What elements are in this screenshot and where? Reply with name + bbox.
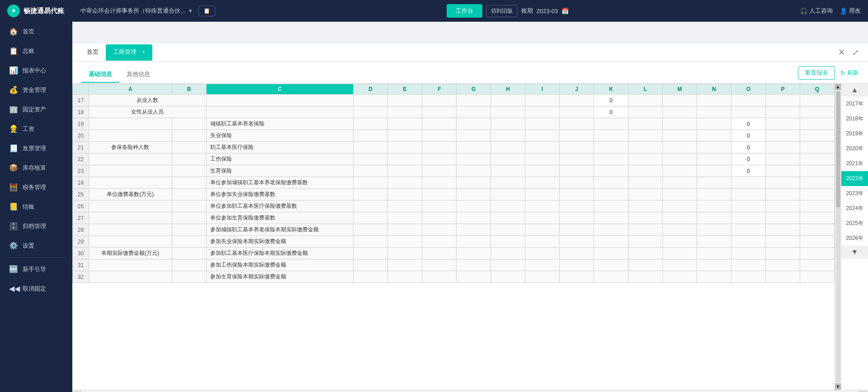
calendar-icon[interactable]: 📅 <box>561 8 569 14</box>
cell-18-j[interactable] <box>560 106 594 118</box>
cell-30-q[interactable] <box>800 248 834 259</box>
cell-22-b[interactable] <box>172 153 206 165</box>
cell-19-l[interactable] <box>628 118 662 130</box>
cell-27-f[interactable] <box>422 212 457 224</box>
cell-25-i[interactable] <box>525 189 560 201</box>
cell-23-j[interactable] <box>560 165 594 177</box>
cell-18-f[interactable] <box>422 106 457 118</box>
hscroll-right-btn[interactable]: ▶ <box>859 391 867 392</box>
cell-28-k[interactable] <box>594 224 628 236</box>
cell-19-c[interactable]: 城镇职工基本养老保险 <box>206 118 353 130</box>
sub-tab-basic[interactable]: 基础信息 <box>81 67 119 83</box>
year-item-2021[interactable]: 2021年 <box>841 156 868 171</box>
cell-31-q[interactable] <box>800 259 834 271</box>
cell-32-n[interactable] <box>697 271 731 283</box>
cell-19-o[interactable]: 0 <box>731 118 765 130</box>
vertical-scrollbar[interactable]: ▲ ▼ <box>835 84 841 390</box>
cell-29-j[interactable] <box>560 236 594 248</box>
cell-20-o[interactable]: 0 <box>731 130 765 142</box>
cell-28-e[interactable] <box>388 224 422 236</box>
cell-19-q[interactable] <box>800 118 834 130</box>
cell-23-f[interactable] <box>422 165 457 177</box>
table-row[interactable]: 20 失业保险 <box>73 130 835 142</box>
cell-25-c[interactable]: 单位参加失业保险缴费基数 <box>206 189 353 201</box>
cell-22-e[interactable] <box>388 153 422 165</box>
company-selector[interactable]: 中审众环会计师事务所（特殊普通合伙... ▼ <box>80 7 193 15</box>
cell-32-f[interactable] <box>422 271 457 283</box>
cell-32-d[interactable] <box>354 271 388 283</box>
year-item-2023[interactable]: 2023年 <box>841 186 868 201</box>
cell-26-o[interactable] <box>731 201 765 212</box>
cell-27-j[interactable] <box>560 212 594 224</box>
cell-30-j[interactable] <box>560 248 594 259</box>
cell-28-a[interactable] <box>89 224 172 236</box>
cell-31-d[interactable] <box>354 259 388 271</box>
cell-21-g[interactable] <box>457 142 491 153</box>
cell-17-q[interactable] <box>800 95 834 106</box>
cell-26-g[interactable] <box>457 201 491 212</box>
cell-27-n[interactable] <box>697 212 731 224</box>
cell-25-m[interactable] <box>662 189 697 201</box>
cell-31-g[interactable] <box>457 259 491 271</box>
cell-19-p[interactable] <box>765 118 800 130</box>
cell-28-n[interactable] <box>697 224 731 236</box>
cell-27-e[interactable] <box>388 212 422 224</box>
cell-23-e[interactable] <box>388 165 422 177</box>
cell-28-b[interactable] <box>172 224 206 236</box>
sidebar-item-payroll[interactable]: 👷 工资 <box>0 119 72 139</box>
cell-24-d[interactable] <box>354 177 388 189</box>
cell-32-p[interactable] <box>765 271 800 283</box>
table-row[interactable]: 32 参加生育保险本期实际缴费金额 <box>73 271 835 283</box>
year-scroll-up-btn[interactable]: ▲ <box>841 84 868 96</box>
cell-21-n[interactable] <box>697 142 731 153</box>
cell-32-b[interactable] <box>172 271 206 283</box>
cell-24-k[interactable] <box>594 177 628 189</box>
cell-21-d[interactable] <box>354 142 388 153</box>
cell-17-i[interactable] <box>525 95 560 106</box>
cell-21-o[interactable]: 0 <box>731 142 765 153</box>
cell-29-f[interactable] <box>422 236 457 248</box>
cell-20-j[interactable] <box>560 130 594 142</box>
cell-20-b[interactable] <box>172 130 206 142</box>
year-item-2025[interactable]: 2025年 <box>841 216 868 231</box>
table-container[interactable]: A B C D E F G H I J K L <box>72 84 835 390</box>
cell-23-c[interactable]: 生育保险 <box>206 165 353 177</box>
cell-20-k[interactable] <box>594 130 628 142</box>
sidebar-item-ledger[interactable]: 📋 总账 <box>0 41 72 61</box>
cell-27-o[interactable] <box>731 212 765 224</box>
cell-21-h[interactable] <box>491 142 525 153</box>
table-row[interactable]: 31 参加工伤保险本期实际缴费金额 <box>73 259 835 271</box>
cell-23-i[interactable] <box>525 165 560 177</box>
table-row[interactable]: 18 女性从业人员 0 <box>73 106 835 118</box>
cell-28-d[interactable] <box>354 224 388 236</box>
cell-20-n[interactable] <box>697 130 731 142</box>
cell-23-m[interactable] <box>662 165 697 177</box>
cell-23-q[interactable] <box>800 165 834 177</box>
cell-24-l[interactable] <box>628 177 662 189</box>
cell-22-a[interactable] <box>89 153 172 165</box>
cell-24-a[interactable] <box>89 177 172 189</box>
cell-25-h[interactable] <box>491 189 525 201</box>
cell-20-m[interactable] <box>662 130 697 142</box>
cell-26-c[interactable]: 单位参加职工基本医疗保险缴费基数 <box>206 201 353 212</box>
cell-22-o[interactable]: 0 <box>731 153 765 165</box>
cell-29-p[interactable] <box>765 236 800 248</box>
cell-22-n[interactable] <box>697 153 731 165</box>
sidebar-item-report[interactable]: 📊 报表中心 <box>0 61 72 80</box>
cell-26-m[interactable] <box>662 201 697 212</box>
cell-32-q[interactable] <box>800 271 834 283</box>
cell-26-q[interactable] <box>800 201 834 212</box>
scroll-track[interactable] <box>836 91 840 382</box>
cell-31-b[interactable] <box>172 259 206 271</box>
sidebar-item-settings[interactable]: ⚙️ 设置 <box>0 236 72 255</box>
cell-26-n[interactable] <box>697 201 731 212</box>
cell-29-o[interactable] <box>731 236 765 248</box>
cell-22-m[interactable] <box>662 153 697 165</box>
user-menu[interactable]: 👤 用友 <box>840 7 861 15</box>
cell-20-h[interactable] <box>491 130 525 142</box>
cell-32-g[interactable] <box>457 271 491 283</box>
cell-17-m[interactable] <box>662 95 697 106</box>
cell-32-m[interactable] <box>662 271 697 283</box>
table-row[interactable]: 27 单位参加生育保险缴费基数 <box>73 212 835 224</box>
cell-30-i[interactable] <box>525 248 560 259</box>
